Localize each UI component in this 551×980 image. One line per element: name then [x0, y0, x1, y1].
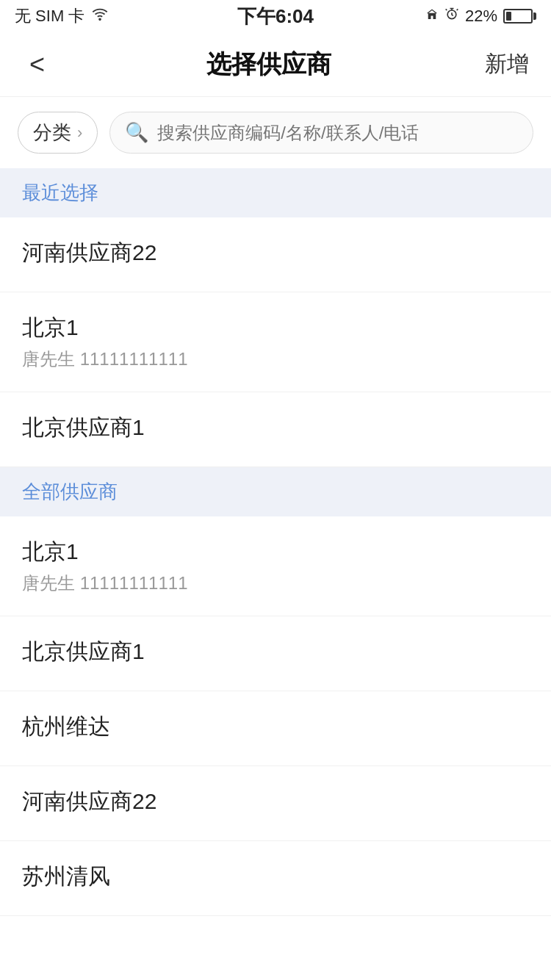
list-item[interactable]: 北京1唐先生 11111111111	[0, 292, 551, 392]
list-item[interactable]: 杭州维达	[0, 691, 551, 766]
location-icon	[425, 7, 439, 26]
item-name: 北京1	[22, 537, 529, 567]
page-title: 选择供应商	[206, 48, 331, 82]
list-item[interactable]: 北京供应商1	[0, 616, 551, 691]
status-bar: 无 SIM 卡 下午6:04 22%	[0, 0, 551, 32]
search-input[interactable]	[157, 123, 518, 143]
status-left: 无 SIM 卡	[15, 5, 108, 27]
nav-bar: < 选择供应商 新增	[0, 32, 551, 97]
recent-list: 河南供应商22北京1唐先生 11111111111北京供应商1	[0, 217, 551, 467]
status-time: 下午6:04	[237, 4, 314, 29]
all-list: 北京1唐先生 11111111111北京供应商1杭州维达河南供应商22苏州清风	[0, 516, 551, 916]
item-name: 河南供应商22	[22, 238, 529, 268]
all-section-label: 全部供应商	[22, 480, 118, 502]
category-button[interactable]: 分类 ›	[18, 112, 98, 154]
category-label: 分类	[33, 120, 71, 145]
alarm-icon	[444, 7, 459, 26]
add-button[interactable]: 新增	[485, 49, 529, 79]
carrier-label: 无 SIM 卡	[15, 5, 84, 27]
wifi-icon	[92, 6, 108, 26]
back-button[interactable]: <	[22, 42, 52, 87]
item-name: 杭州维达	[22, 712, 529, 742]
recent-section-header: 最近选择	[0, 168, 551, 217]
filter-bar: 分类 › 🔍	[0, 97, 551, 168]
item-name: 北京供应商1	[22, 413, 529, 443]
list-item[interactable]: 河南供应商22	[0, 766, 551, 841]
search-bar[interactable]: 🔍	[109, 112, 533, 154]
item-name: 苏州清风	[22, 862, 529, 892]
list-item[interactable]: 河南供应商22	[0, 217, 551, 292]
item-sub: 唐先生 11111111111	[22, 572, 529, 595]
item-name: 北京1	[22, 313, 529, 343]
search-icon: 🔍	[125, 121, 148, 144]
recent-section-label: 最近选择	[22, 181, 98, 203]
battery-percentage: 22%	[465, 7, 497, 26]
all-section-header: 全部供应商	[0, 467, 551, 516]
list-item[interactable]: 北京供应商1	[0, 392, 551, 467]
item-name: 北京供应商1	[22, 637, 529, 667]
list-item[interactable]: 北京1唐先生 11111111111	[0, 516, 551, 616]
list-item[interactable]: 苏州清风	[0, 841, 551, 916]
status-right: 22%	[425, 7, 536, 26]
item-sub: 唐先生 11111111111	[22, 347, 529, 371]
battery-icon	[503, 9, 536, 24]
item-name: 河南供应商22	[22, 787, 529, 817]
svg-point-0	[99, 18, 101, 20]
chevron-right-icon: ›	[77, 123, 82, 143]
